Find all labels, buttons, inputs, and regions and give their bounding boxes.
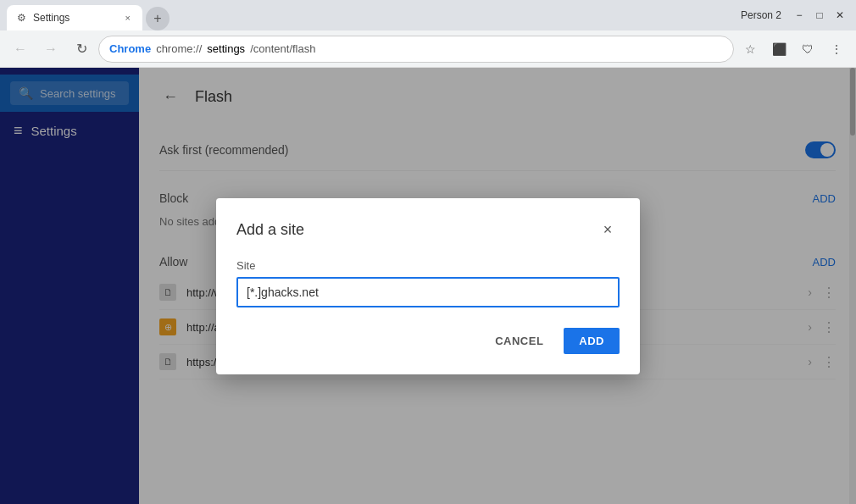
dialog-title: Add a site [236, 221, 304, 239]
browser-frame: ⚙ Settings × + Person 2 − □ ✕ ← → ↻ Chro… [0, 0, 856, 504]
chrome-logo: Chrome [109, 42, 151, 55]
dialog-close-button[interactable]: × [596, 219, 620, 242]
address-bar[interactable]: Chrome chrome://settings/content/flash [98, 36, 734, 63]
settings-tab[interactable]: ⚙ Settings × [7, 5, 142, 30]
bookmark-button[interactable]: ☆ [737, 36, 763, 62]
field-label: Site [236, 259, 620, 272]
extension-button[interactable]: ⬛ [766, 36, 792, 62]
tab-close-button[interactable]: × [124, 11, 132, 25]
title-bar: ⚙ Settings × + Person 2 − □ ✕ [0, 0, 856, 30]
new-tab-button[interactable]: + [146, 7, 170, 30]
add-dialog-button[interactable]: ADD [564, 328, 620, 354]
settings-tab-title: Settings [33, 12, 69, 24]
forward-nav-button[interactable]: → [37, 36, 64, 63]
settings-tab-icon: ⚙ [17, 12, 26, 24]
dialog-footer: CANCEL ADD [236, 328, 620, 354]
dialog-body: Site [236, 259, 620, 307]
person-label: Person 2 [741, 9, 781, 21]
back-nav-button[interactable]: ← [7, 36, 34, 63]
menu-button[interactable]: ⋮ [824, 36, 849, 62]
restore-button[interactable]: □ [810, 6, 829, 25]
settings-body: 🔍 ≡ Settings ← Flash Ask first (recommen… [0, 68, 856, 504]
dialog-header: Add a site × [236, 219, 620, 242]
window-controls: Person 2 − □ ✕ [741, 6, 849, 25]
nav-actions: ☆ ⬛ 🛡 ⋮ [737, 36, 849, 62]
url-path: settings [207, 42, 245, 55]
dialog-overlay: Add a site × Site CANCEL ADD [0, 68, 856, 504]
shield-nav-button[interactable]: 🛡 [795, 36, 820, 62]
nav-bar: ← → ↻ Chrome chrome://settings/content/f… [0, 30, 856, 68]
add-site-dialog: Add a site × Site CANCEL ADD [216, 198, 640, 374]
tab-bar: ⚙ Settings × + [7, 0, 734, 30]
url-prefix: chrome:// [156, 42, 202, 55]
cancel-button[interactable]: CANCEL [481, 328, 557, 354]
close-button[interactable]: ✕ [831, 6, 849, 25]
url-suffix: /content/flash [250, 42, 315, 55]
site-input[interactable] [236, 277, 620, 307]
minimize-button[interactable]: − [790, 6, 809, 25]
refresh-button[interactable]: ↻ [68, 36, 95, 63]
